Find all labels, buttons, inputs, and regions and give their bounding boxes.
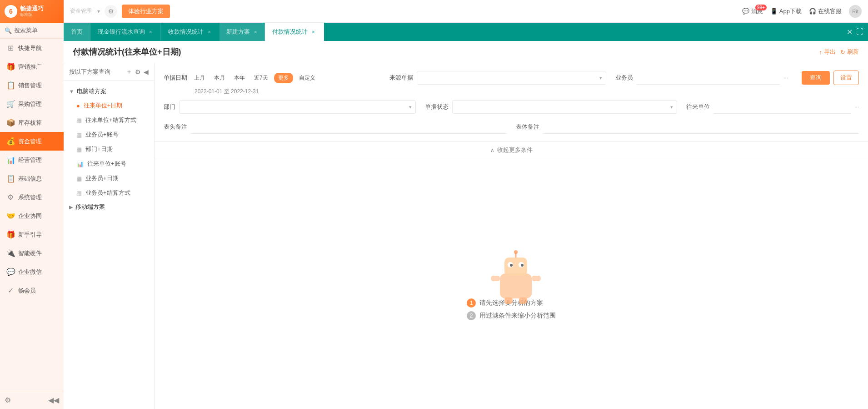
sidebar-item-marketing[interactable]: 🎁 营销推广 [0,57,64,76]
tab-home[interactable]: 首页 [64,23,90,41]
scheme-item-staff-account[interactable]: ▦ 业务员+账号 [64,127,154,142]
header-note-input[interactable] [191,120,507,134]
page-header: 付款情况统计(往来单位+日期) ↑ 导出 ↻ 刷新 [64,41,868,63]
search-menu[interactable]: 🔍 搜索菜单 [0,23,64,39]
scheme-item-icon-3: ▦ [76,146,82,153]
staff-dots: ··· [783,75,788,81]
scheme-item-staff-date[interactable]: ▦ 业务员+日期 [64,171,154,186]
tab-close-bank[interactable]: × [148,29,153,35]
sidebar-item-hardware[interactable]: 🔌 智能硬件 [0,244,64,263]
source-select[interactable]: ▾ [417,71,606,85]
sidebar-item-capital[interactable]: 💰 资金管理 [0,132,64,151]
system-icon: ⚙ [6,193,15,202]
sidebar-item-wechat[interactable]: 💬 企业微信 [0,263,64,281]
close-all-tabs-btn[interactable]: ✕ [847,28,853,36]
scheme-item-staff-settle[interactable]: ▦ 业务员+结算方式 [64,186,154,200]
date-range-text: 2022-01-01 至 2022-12-31 [195,88,259,96]
trial-button[interactable]: 体验行业方案 [122,5,170,18]
basic-icon: 📋 [6,174,15,183]
collapse-more-btn[interactable]: ∧ 收起更多条件 [155,141,868,159]
scheme-add-btn[interactable]: ＋ [126,68,132,76]
settings-button[interactable]: 设置 [833,71,859,85]
svg-point-5 [521,264,524,267]
sidebar-item-member[interactable]: ✓ 畅会员 [0,281,64,300]
date-opt-custom[interactable]: 自定义 [296,73,319,83]
maximize-btn[interactable]: ⛶ [856,28,863,36]
breadcrumb: 资金管理 [70,7,92,15]
scheme-group-pc-header[interactable]: ▼ 电脑端方案 [64,85,154,98]
filter-field-date: 单据日期 上月 本月 本年 近7天 更多 自定义 [164,73,380,83]
user-avatar[interactable]: Rit [849,5,862,18]
dept-select[interactable]: ▾ [179,100,416,114]
date-opt-more[interactable]: 更多 [274,73,293,83]
doc-status-select-arrow: ▾ [670,104,673,110]
sidebar: 6 畅捷通巧 标准版 🔍 搜索菜单 ⊞ 快捷导航 🎁 营销推广 📋 销售管理 🛒… [0,0,64,409]
search-icon: 🔍 [5,27,12,34]
tab-new-scheme[interactable]: 新建方案 × [220,23,265,41]
tab-payments[interactable]: 付款情况统计 × [265,23,324,41]
message-icon: 💬 [742,8,749,15]
headset-icon: 🎧 [809,8,816,15]
tab-bank[interactable]: 现金银行流水查询 × [90,23,161,41]
body-note-input[interactable] [543,120,859,134]
date-opt-this-month[interactable]: 本月 [211,73,228,83]
tab-receipts[interactable]: 收款情况统计 × [161,23,219,41]
partner-input[interactable] [713,100,851,114]
sidebar-gear-icon[interactable]: ⚙ [5,396,11,404]
sidebar-item-purchase[interactable]: 🛒 采购管理 [0,95,64,113]
filter-field-partner: 往来单位 ··· [686,100,859,114]
filter-row-2: 部门 ▾ 单据状态 ▾ [164,100,859,114]
settings-icon-btn[interactable]: ⚙ [105,5,117,18]
date-opt-last-month[interactable]: 上月 [191,73,208,83]
date-label: 单据日期 [164,74,187,82]
phone-icon: 📱 [770,8,778,15]
refresh-btn[interactable]: ↻ 刷新 [840,48,859,56]
scheme-item-partner-account[interactable]: 📊 往来单位+账号 [64,157,154,171]
tab-close-payments[interactable]: × [310,29,316,35]
purchase-icon: 🛒 [6,100,15,108]
tab-close-receipts[interactable]: × [206,29,212,35]
dept-label: 部门 [164,103,175,111]
staff-input[interactable] [637,71,780,85]
scheme-item-partner-date[interactable]: ● 往来单位+日期 [64,98,154,113]
sidebar-item-basic[interactable]: 📋 基础信息 [0,169,64,188]
date-opt-last-7[interactable]: 近7天 [251,73,271,83]
sidebar-item-quick-nav[interactable]: ⊞ 快捷导航 [0,39,64,57]
scheme-group-pc: ▼ 电脑端方案 ● 往来单位+日期 ▦ 往来单位+结算方式 ▦ [64,85,154,200]
sidebar-nav: ⊞ 快捷导航 🎁 营销推广 📋 销售管理 🛒 采购管理 📦 库存核算 💰 资金管… [0,39,64,391]
date-opt-this-year[interactable]: 本年 [231,73,248,83]
topbar-right: 💬 消息 99+ 📱 App下载 🎧 在线客服 Rit [742,5,862,18]
doc-status-select[interactable]: ▾ [452,100,677,114]
topbar: 资金管理 ▾ ⚙ 体验行业方案 💬 消息 99+ 📱 App下载 🎧 在线客服 … [64,0,868,23]
sidebar-item-enterprise[interactable]: 🤝 企业协同 [0,207,64,225]
scheme-item-dept-date[interactable]: ▦ 部门+日期 [64,142,154,157]
sidebar-item-sales[interactable]: 📋 销售管理 [0,76,64,95]
sidebar-bottom: ⚙ ◀◀ [0,391,64,409]
filter-field-header-note: 表头备注 [164,120,507,134]
sales-icon: 📋 [6,81,15,90]
scheme-group-mobile-header[interactable]: ▶ 移动端方案 [64,200,154,214]
sidebar-item-system[interactable]: ⚙ 系统管理 [0,188,64,207]
sidebar-item-business[interactable]: 📊 经营管理 [0,151,64,169]
sidebar-collapse-icon[interactable]: ◀◀ [48,396,59,404]
tab-close-new-scheme[interactable]: × [253,29,258,35]
sidebar-item-guide[interactable]: 🎁 新手引导 [0,225,64,244]
sidebar-item-inventory[interactable]: 📦 库存核算 [0,113,64,132]
online-service-btn[interactable]: 🎧 在线客服 [809,7,842,15]
step-2-text: 用过滤条件来缩小分析范围 [479,312,556,320]
scheme-settings-btn[interactable]: ⚙ [135,68,141,76]
export-btn[interactable]: ↑ 导出 [819,48,836,56]
query-button[interactable]: 查询 [802,71,830,85]
filter-field-staff: 业务员 ··· [615,71,788,85]
scheme-item-partner-settle[interactable]: ▦ 往来单位+结算方式 [64,113,154,127]
empty-state: 1 请先选择要分析的方案 2 用过滤条件来缩小分析范围 [155,159,868,409]
notification-btn[interactable]: 💬 消息 99+ [742,7,763,15]
scheme-collapse-btn[interactable]: ◀ [144,68,149,76]
app-download-btn[interactable]: 📱 App下载 [770,7,802,15]
breadcrumb-dropdown-icon[interactable]: ▾ [97,8,100,15]
page-actions: ↑ 导出 ↻ 刷新 [819,48,859,56]
scheme-group-pc-arrow: ▼ [69,89,74,94]
step-num-1: 1 [467,298,476,308]
filter-field-doc-status: 单据状态 ▾ [425,100,677,114]
marketing-icon: 🎁 [6,62,15,71]
